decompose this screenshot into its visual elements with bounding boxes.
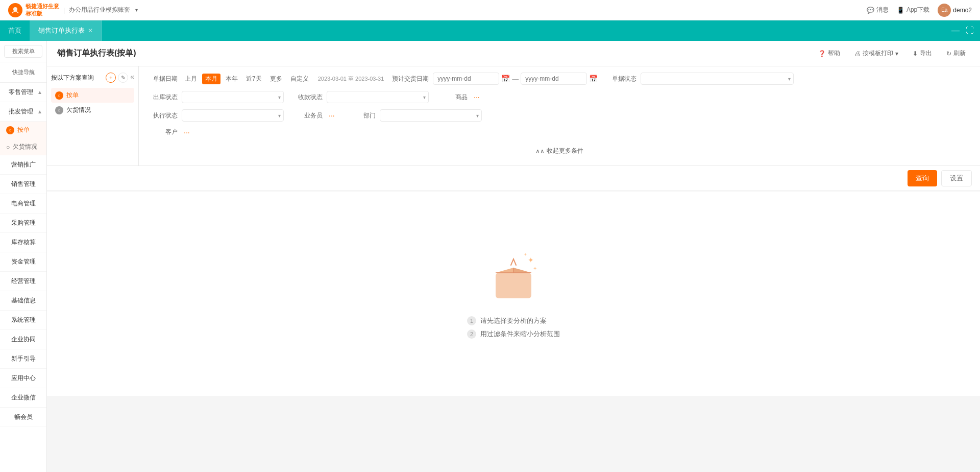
calendar-icon-end[interactable]: 📅 [589, 75, 598, 83]
exec-select[interactable] [182, 109, 284, 122]
add-scheme-button[interactable]: + [106, 73, 116, 83]
dept-select[interactable] [380, 109, 482, 122]
settings-button[interactable]: 设置 [941, 170, 972, 186]
submenu-active-icon: ○ [6, 126, 14, 134]
sidebar-item-sales[interactable]: 销售管理 [0, 175, 46, 194]
maximize-button[interactable]: ⛶ [964, 24, 976, 37]
collapse-icon: ∧∧ [535, 148, 545, 155]
navtabs: 首页 销售订单执行表 ✕ — ⛶ [0, 20, 980, 41]
tip-num-2: 2 [467, 329, 476, 339]
collapse-panel-button[interactable]: « [130, 73, 134, 83]
message-button[interactable]: 💬 消息 [867, 6, 889, 14]
quick-nav-item[interactable]: 快捷导航 [0, 65, 46, 79]
product-picker-button[interactable]: ··· [472, 93, 482, 101]
svg-text:✦: ✦ [524, 252, 527, 257]
tab-home[interactable]: 首页 [0, 20, 30, 41]
export-button[interactable]: ⬇ 导出 [909, 47, 936, 60]
breadcrumb-dropdown-icon[interactable]: ▾ [135, 7, 138, 13]
date-dash: — [512, 75, 519, 83]
template-print-button[interactable]: 🖨 按模板打印 ▾ [850, 47, 902, 60]
submenu-item-欠货情况[interactable]: ○ 欠货情况 [0, 138, 46, 155]
minimize-button[interactable]: — [949, 24, 962, 37]
refresh-button[interactable]: ↻ 刷新 [942, 47, 970, 60]
submenu-item-按单[interactable]: ○ 按单 [0, 122, 46, 138]
filter-item-customer: 客户 ··· [147, 128, 192, 136]
sidebar-item-enterprise[interactable]: 企业协同 [0, 330, 46, 349]
filter-item-salesperson: 业务员 ··· [292, 111, 337, 120]
scheme-item-按单[interactable]: ○ 按单 [51, 88, 134, 103]
avatar: Ea [938, 4, 951, 17]
main-layout: 搜索菜单 快捷导航 零售管理 ▲ 批发管理 ▲ ○ 按单 ○ 欠货情况 营销推广 [0, 41, 980, 472]
svg-text:✦: ✦ [528, 256, 534, 264]
sidebar-item-operations[interactable]: 经营管理 [0, 272, 46, 291]
sidebar-item-corpwx[interactable]: 企业微信 [0, 388, 46, 408]
date-btn-this-year[interactable]: 本年 [223, 74, 241, 84]
query-button[interactable]: 查询 [908, 170, 937, 186]
filter-row-2: 出库状态 ▾ 收款状态 [147, 91, 972, 103]
tab-sales-order[interactable]: 销售订单执行表 ✕ [30, 20, 102, 41]
sidebar-item-basic[interactable]: 基础信息 [0, 291, 46, 311]
filter-row-3: 执行状态 ▾ 业务员 ··· [147, 109, 972, 122]
sidebar-item-retail[interactable]: 零售管理 ▲ [0, 83, 46, 102]
date-quick-btns: 上月 本月 本年 近7天 更多 自定义 [182, 74, 312, 84]
date-btn-custom[interactable]: 自定义 [287, 74, 312, 84]
sidebar-item-system[interactable]: 系统管理 [0, 311, 46, 330]
edit-scheme-button[interactable]: ✎ [118, 73, 128, 83]
sidebar-item-purchase[interactable]: 采购管理 [0, 214, 46, 233]
date-btn-last7days[interactable]: 近7天 [243, 74, 265, 84]
sidebar-item-appcenter[interactable]: 应用中心 [0, 369, 46, 388]
empty-tip-1: 1 请先选择要分析的方案 [467, 316, 560, 325]
exec-select-wrapper: ▾ [182, 109, 284, 122]
help-icon: ❓ [818, 50, 826, 57]
topbar: 畅捷通好生意 标准版 | 办公用品行业模拟账套 ▾ 💬 消息 📱 App下载 E… [0, 0, 980, 20]
date-btn-more[interactable]: 更多 [267, 74, 285, 84]
sidebar-item-finance[interactable]: 资金管理 [0, 252, 46, 272]
product-label: 商品 [437, 93, 468, 102]
scheme-item-欠货情况[interactable]: ○ 欠货情况 [51, 103, 134, 117]
calendar-icon-start[interactable]: 📅 [501, 75, 510, 83]
user-profile[interactable]: Ea demo2 [938, 4, 972, 17]
export-icon: ⬇ [913, 50, 918, 57]
content-area: 销售订单执行表(按单) ❓ 帮助 🖨 按模板打印 ▾ ⬇ 导出 [47, 41, 980, 472]
wholesale-arrow-icon: ▲ [37, 109, 42, 114]
app-download-button[interactable]: 📱 App下载 [897, 6, 929, 14]
payment-select[interactable] [327, 91, 429, 103]
page-header: 销售订单执行表(按单) ❓ 帮助 🖨 按模板打印 ▾ ⬇ 导出 [47, 41, 980, 66]
date-btn-last-month[interactable]: 上月 [182, 74, 200, 84]
collapse-more-button[interactable]: ∧∧ 收起更多条件 [529, 145, 590, 157]
customer-picker-button[interactable]: ··· [182, 128, 192, 136]
retail-arrow-icon: ▲ [37, 89, 42, 95]
expected-date-end-input[interactable] [521, 73, 587, 85]
customer-label: 客户 [147, 128, 178, 136]
payment-label: 收款状态 [292, 93, 323, 102]
salesperson-picker-button[interactable]: ··· [327, 111, 337, 120]
empty-tips: 1 请先选择要分析的方案 2 用过滤条件来缩小分析范围 [467, 316, 560, 343]
filter-item-status: 单据状态 ▾ [606, 73, 794, 85]
date-btn-this-month[interactable]: 本月 [202, 74, 220, 84]
filter-panel-title: 按以下方案查询 [51, 74, 94, 82]
submenu-icon: ○ [6, 144, 10, 151]
logo-area: 畅捷通好生意 标准版 [8, 3, 59, 17]
svg-rect-1 [496, 273, 531, 298]
expected-date-label: 预计交货日期 [392, 75, 429, 83]
sidebar-item-newguide[interactable]: 新手引导 [0, 349, 46, 369]
empty-tip-2: 2 用过滤条件来缩小分析范围 [467, 329, 560, 339]
search-menu-button[interactable]: 搜索菜单 [4, 45, 42, 58]
scheme-active-icon: ○ [55, 91, 63, 100]
status-select[interactable] [641, 73, 794, 85]
topbar-left: 畅捷通好生意 标准版 | 办公用品行业模拟账套 ▾ [8, 3, 138, 17]
expected-date-start-input[interactable] [433, 73, 499, 85]
sidebar-item-member[interactable]: 畅会员 [0, 408, 46, 427]
delivery-select[interactable] [182, 91, 284, 103]
sidebar-item-inventory[interactable]: 库存核算 [0, 233, 46, 252]
help-button[interactable]: ❓ 帮助 [814, 47, 844, 60]
dept-label: 部门 [345, 111, 376, 120]
sidebar-item-wholesale[interactable]: 批发管理 ▲ [0, 102, 46, 122]
user-name: demo2 [953, 7, 972, 14]
sidebar-item-ecommerce[interactable]: 电商管理 [0, 194, 46, 214]
refresh-icon: ↻ [946, 50, 951, 57]
app-icon: 📱 [897, 7, 904, 14]
print-icon: 🖨 [854, 50, 861, 57]
sidebar-item-marketing[interactable]: 营销推广 [0, 155, 46, 175]
tab-close-icon[interactable]: ✕ [88, 27, 93, 34]
